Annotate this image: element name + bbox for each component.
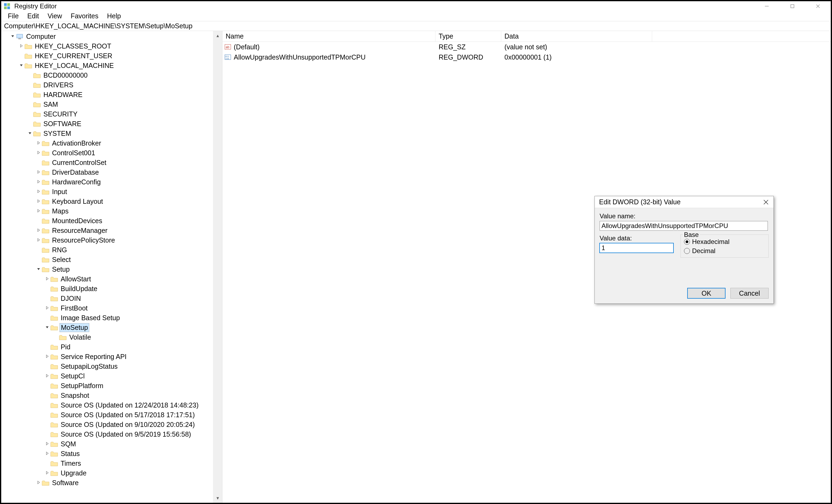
tree-item[interactable]: Snapshot [1,391,222,400]
column-header-name[interactable]: Name [223,31,435,42]
tree-item[interactable]: Pid [1,342,222,352]
tree-item[interactable]: Computer [1,31,222,41]
tree-item[interactable]: Keyboard Layout [1,196,222,206]
tree-item[interactable]: Software [1,478,222,487]
tree-item[interactable]: ControlSet001 [1,148,222,158]
chevron-right-icon[interactable] [35,150,42,156]
folder-icon [25,53,32,59]
chevron-right-icon[interactable] [44,470,50,476]
cancel-button[interactable]: Cancel [730,288,769,299]
tree-item[interactable]: MountedDevices [1,216,222,226]
tree-item[interactable]: Select [1,255,222,264]
tree-item[interactable]: HKEY_CURRENT_USER [1,51,222,61]
list-row[interactable]: ab(Default)REG_SZ(value not set) [223,42,831,52]
tree-item[interactable]: CurrentControlSet [1,158,222,167]
chevron-right-icon[interactable] [35,140,42,146]
dialog-title-bar[interactable]: Edit DWORD (32-bit) Value [595,196,774,208]
chevron-right-icon[interactable] [35,228,42,233]
chevron-down-icon[interactable] [9,34,16,39]
tree-item[interactable]: Volatile [1,332,222,342]
tree-item[interactable]: SAM [1,100,222,109]
tree-item[interactable]: AllowStart [1,274,222,284]
tree-item[interactable]: Input [1,187,222,196]
chevron-down-icon[interactable] [27,131,33,136]
tree-item[interactable]: Source OS (Updated on 9/5/2019 15:56:58) [1,429,222,439]
tree-item[interactable]: DriverDatabase [1,167,222,177]
chevron-right-icon[interactable] [35,480,42,486]
list-row[interactable]: 011110AllowUpgradesWithUnsupportedTPMorC… [223,52,831,62]
chevron-right-icon[interactable] [44,276,50,282]
radio-decimal[interactable]: Decimal [684,247,765,255]
tree-item[interactable]: DJOIN [1,293,222,303]
value-name-input[interactable] [600,221,768,231]
tree-item[interactable]: Status [1,449,222,458]
tree-scrollbar[interactable]: ▴ ▾ [213,31,222,503]
chevron-right-icon[interactable] [35,198,42,204]
tree-item-label: Select [51,256,72,264]
scroll-up-icon[interactable]: ▴ [213,31,222,40]
menu-edit[interactable]: Edit [23,10,43,22]
chevron-right-icon[interactable] [35,208,42,214]
menu-help[interactable]: Help [103,10,125,22]
dialog-close-button[interactable] [758,196,774,208]
tree-item[interactable]: Source OS (Updated on 9/10/2020 20:05:24… [1,420,222,429]
menu-file[interactable]: File [3,10,23,22]
chevron-right-icon[interactable] [35,189,42,194]
tree-item[interactable]: Source OS (Updated on 5/17/2018 17:17:51… [1,410,222,420]
menu-favorites[interactable]: Favorites [66,10,103,22]
chevron-down-icon[interactable] [44,325,50,330]
tree-item[interactable]: Setup [1,264,222,274]
tree-content[interactable]: ComputerHKEY_CLASSES_ROOTHKEY_CURRENT_US… [1,31,222,487]
column-header-type[interactable]: Type [435,31,501,42]
tree-item[interactable]: Maps [1,206,222,216]
maximize-button[interactable] [779,1,805,11]
chevron-right-icon[interactable] [44,354,50,360]
radio-hexadecimal[interactable]: Hexadecimal [684,238,765,245]
folder-icon [42,228,49,233]
scroll-down-icon[interactable]: ▾ [213,494,222,503]
tree-item[interactable]: SetupCl [1,371,222,381]
tree-item[interactable]: HardwareConfig [1,177,222,187]
tree-item[interactable]: HARDWARE [1,90,222,100]
tree-item[interactable]: HKEY_LOCAL_MACHINE [1,61,222,70]
chevron-right-icon[interactable] [35,169,42,175]
tree-item[interactable]: ResourceManager [1,226,222,235]
tree-item[interactable]: Upgrade [1,468,222,478]
chevron-right-icon[interactable] [44,306,50,311]
tree-item[interactable]: SetupapiLogStatus [1,362,222,371]
tree-item[interactable]: SYSTEM [1,129,222,138]
column-header-data[interactable]: Data [501,31,652,42]
tree-item[interactable]: ActivationBroker [1,138,222,148]
tree-item[interactable]: DRIVERS [1,80,222,90]
chevron-right-icon[interactable] [35,179,42,185]
tree-item[interactable]: RNG [1,245,222,255]
tree-item[interactable]: Timers [1,458,222,468]
menu-view[interactable]: View [43,10,66,22]
tree-item[interactable]: SQM [1,439,222,449]
tree-item[interactable]: FirstBoot [1,303,222,313]
minimize-button[interactable] [754,1,779,11]
tree-item[interactable]: Source OS (Updated on 12/24/2018 14:48:2… [1,400,222,410]
chevron-down-icon[interactable] [18,63,25,69]
ok-button[interactable]: OK [687,288,726,299]
tree-item[interactable]: HKEY_CLASSES_ROOT [1,41,222,51]
tree-item-label: SAM [42,100,59,109]
tree-item[interactable]: SOFTWARE [1,119,222,129]
tree-item[interactable]: BuildUpdate [1,284,222,293]
chevron-right-icon[interactable] [44,451,50,456]
value-data-input[interactable] [600,243,674,253]
tree-item[interactable]: ResourcePolicyStore [1,235,222,245]
chevron-right-icon[interactable] [35,237,42,243]
tree-item[interactable]: SetupPlatform [1,381,222,391]
tree-item[interactable]: SECURITY [1,109,222,119]
address-bar[interactable]: Computer\HKEY_LOCAL_MACHINE\SYSTEM\Setup… [1,21,831,31]
tree-item[interactable]: MoSetup [1,323,222,332]
chevron-right-icon[interactable] [44,373,50,379]
chevron-right-icon[interactable] [18,44,25,49]
chevron-right-icon[interactable] [44,441,50,447]
tree-item[interactable]: Image Based Setup [1,313,222,323]
close-button[interactable] [805,1,831,11]
tree-item[interactable]: Service Reporting API [1,352,222,362]
chevron-down-icon[interactable] [35,267,42,272]
tree-item[interactable]: BCD00000000 [1,70,222,80]
